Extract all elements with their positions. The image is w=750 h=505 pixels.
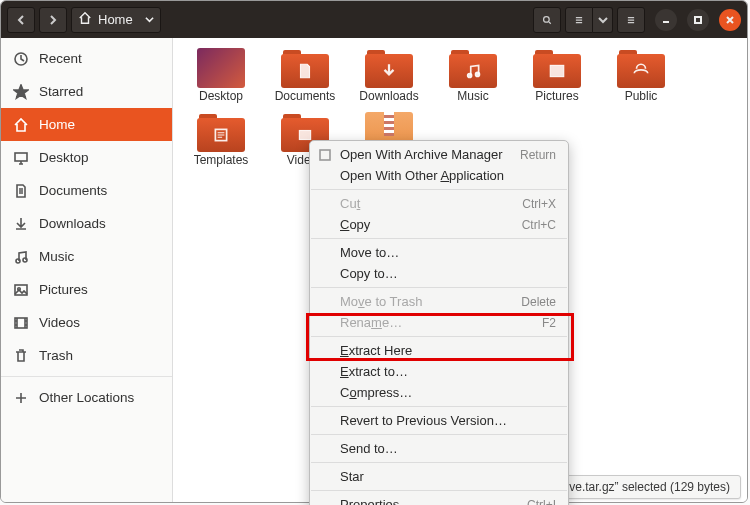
file-item-pictures[interactable]: Pictures bbox=[517, 48, 597, 104]
file-item-downloads[interactable]: Downloads bbox=[349, 48, 429, 104]
file-item-documents[interactable]: Documents bbox=[265, 48, 345, 104]
folder-icon bbox=[449, 48, 497, 88]
file-item-desktop[interactable]: Desktop bbox=[181, 48, 261, 104]
path-label: Home bbox=[98, 12, 133, 27]
view-list-button[interactable] bbox=[565, 7, 593, 33]
file-item-music[interactable]: Music bbox=[433, 48, 513, 104]
svg-point-4 bbox=[16, 259, 20, 263]
trash-icon bbox=[13, 348, 29, 364]
pictures-icon bbox=[13, 282, 29, 298]
svg-rect-6 bbox=[15, 285, 27, 295]
context-menu: Open With Archive ManagerReturn Open Wit… bbox=[309, 140, 569, 505]
sidebar-item-label: Trash bbox=[39, 348, 73, 363]
menu-rename[interactable]: Rename…F2 bbox=[310, 312, 568, 333]
sidebar-separator bbox=[1, 376, 172, 377]
folder-icon bbox=[197, 112, 245, 152]
sidebar-item-videos[interactable]: Videos bbox=[1, 306, 172, 339]
folder-icon bbox=[281, 48, 329, 88]
sidebar-item-label: Other Locations bbox=[39, 390, 134, 405]
svg-rect-14 bbox=[320, 150, 330, 160]
svg-rect-11 bbox=[550, 65, 564, 76]
view-options-button[interactable] bbox=[593, 7, 613, 33]
svg-point-9 bbox=[467, 73, 472, 78]
desktop-icon bbox=[13, 150, 29, 166]
file-label: Public bbox=[625, 90, 658, 104]
menu-separator bbox=[311, 287, 567, 288]
chevron-down-icon bbox=[145, 12, 154, 27]
svg-point-0 bbox=[544, 16, 550, 22]
hamburger-menu-button[interactable] bbox=[617, 7, 645, 33]
menu-compress[interactable]: Compress… bbox=[310, 382, 568, 403]
videos-icon bbox=[13, 315, 29, 331]
menu-open-archive-manager[interactable]: Open With Archive ManagerReturn bbox=[310, 144, 568, 165]
menu-separator bbox=[311, 434, 567, 435]
svg-point-10 bbox=[475, 72, 480, 77]
sidebar-item-label: Home bbox=[39, 117, 75, 132]
sidebar-item-documents[interactable]: Documents bbox=[1, 174, 172, 207]
svg-rect-13 bbox=[299, 130, 310, 139]
folder-icon bbox=[365, 48, 413, 88]
svg-rect-1 bbox=[695, 17, 701, 23]
window-minimize-button[interactable] bbox=[655, 9, 677, 31]
nav-forward-button[interactable] bbox=[39, 7, 67, 33]
sidebar: Recent Starred Home Desktop Documents Do… bbox=[1, 38, 173, 502]
window-close-button[interactable] bbox=[719, 9, 741, 31]
sidebar-item-trash[interactable]: Trash bbox=[1, 339, 172, 372]
menu-copy-to[interactable]: Copy to… bbox=[310, 263, 568, 284]
menu-properties[interactable]: PropertiesCtrl+I bbox=[310, 494, 568, 505]
folder-icon bbox=[197, 48, 245, 88]
menu-copy[interactable]: CopyCtrl+C bbox=[310, 214, 568, 235]
search-button[interactable] bbox=[533, 7, 561, 33]
titlebar: Home bbox=[1, 1, 747, 38]
svg-rect-3 bbox=[15, 153, 27, 161]
sidebar-item-other-locations[interactable]: Other Locations bbox=[1, 381, 172, 414]
sidebar-item-label: Starred bbox=[39, 84, 83, 99]
menu-extract-here[interactable]: Extract Here bbox=[310, 340, 568, 361]
menu-separator bbox=[311, 490, 567, 491]
sidebar-item-downloads[interactable]: Downloads bbox=[1, 207, 172, 240]
menu-send-to[interactable]: Send to… bbox=[310, 438, 568, 459]
menu-move-trash[interactable]: Move to TrashDelete bbox=[310, 291, 568, 312]
nav-back-button[interactable] bbox=[7, 7, 35, 33]
menu-extract-to[interactable]: Extract to… bbox=[310, 361, 568, 382]
sidebar-item-starred[interactable]: Starred bbox=[1, 75, 172, 108]
downloads-icon bbox=[13, 216, 29, 232]
sidebar-item-pictures[interactable]: Pictures bbox=[1, 273, 172, 306]
menu-separator bbox=[311, 336, 567, 337]
music-icon bbox=[13, 249, 29, 265]
sidebar-item-music[interactable]: Music bbox=[1, 240, 172, 273]
file-label: Music bbox=[457, 90, 488, 104]
sidebar-item-home[interactable]: Home bbox=[1, 108, 172, 141]
menu-separator bbox=[311, 462, 567, 463]
file-label: Desktop bbox=[199, 90, 243, 104]
archive-manager-icon bbox=[318, 148, 332, 162]
sidebar-item-label: Desktop bbox=[39, 150, 89, 165]
menu-cut[interactable]: CutCtrl+X bbox=[310, 193, 568, 214]
file-item-templates[interactable]: Templates bbox=[181, 112, 261, 178]
documents-icon bbox=[13, 183, 29, 199]
file-label: Downloads bbox=[359, 90, 418, 104]
folder-icon bbox=[533, 48, 581, 88]
menu-open-other-app[interactable]: Open With Other Application bbox=[310, 165, 568, 186]
menu-separator bbox=[311, 189, 567, 190]
sidebar-item-label: Documents bbox=[39, 183, 107, 198]
clock-icon bbox=[13, 51, 29, 67]
path-button[interactable]: Home bbox=[71, 7, 161, 33]
svg-point-5 bbox=[23, 258, 27, 262]
menu-separator bbox=[311, 406, 567, 407]
menu-move-to[interactable]: Move to… bbox=[310, 242, 568, 263]
file-label: Documents bbox=[275, 90, 336, 104]
menu-revert-version[interactable]: Revert to Previous Version… bbox=[310, 410, 568, 431]
sidebar-item-label: Downloads bbox=[39, 216, 106, 231]
sidebar-item-label: Videos bbox=[39, 315, 80, 330]
home-icon bbox=[78, 11, 92, 28]
file-label: Pictures bbox=[535, 90, 578, 104]
menu-star[interactable]: Star bbox=[310, 466, 568, 487]
sidebar-item-desktop[interactable]: Desktop bbox=[1, 141, 172, 174]
star-icon bbox=[13, 84, 29, 100]
plus-icon bbox=[13, 390, 29, 406]
home-icon bbox=[13, 117, 29, 133]
sidebar-item-recent[interactable]: Recent bbox=[1, 42, 172, 75]
file-item-public[interactable]: Public bbox=[601, 48, 681, 104]
window-maximize-button[interactable] bbox=[687, 9, 709, 31]
